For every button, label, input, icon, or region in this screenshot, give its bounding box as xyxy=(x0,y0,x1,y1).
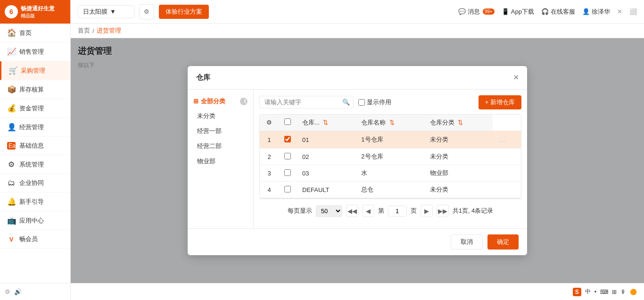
notification-button[interactable]: 💬 消息 99+ xyxy=(458,8,495,16)
page-size-select[interactable]: 50 100 xyxy=(316,205,342,217)
row-name: 总仓 xyxy=(355,182,424,198)
category-item-unclassified[interactable]: 未分类 xyxy=(188,108,253,124)
table-row[interactable]: 4 DEFAULT 总仓 未分类 xyxy=(260,182,521,198)
row-code: DEFAULT xyxy=(297,182,355,198)
sidebar-item-vip[interactable]: V 畅会员 xyxy=(0,230,70,249)
category-item-property[interactable]: 物业部 xyxy=(188,154,253,169)
row-checkbox[interactable] xyxy=(279,149,297,165)
category-item-dept1[interactable]: 经营一部 xyxy=(188,124,253,139)
windows-icon: ⊞ xyxy=(612,289,617,295)
sidebar-item-guide[interactable]: 🔔 新手引导 xyxy=(0,192,70,211)
modal-title: 仓库 xyxy=(196,73,210,82)
modal-close-button[interactable]: × xyxy=(513,73,519,83)
modal-category-header: ⊞ 全部分类 《 xyxy=(188,94,253,108)
row-category: 物业部 xyxy=(424,165,493,182)
search-input[interactable] xyxy=(259,96,354,108)
user-info[interactable]: 👤 徐泽华 xyxy=(582,8,610,16)
keyboard-icon[interactable]: ⌨ xyxy=(600,289,608,295)
col-code-header: 仓库... ⇅ xyxy=(297,115,355,131)
speaker-icon[interactable]: 🔊 xyxy=(14,288,22,295)
username: 徐泽华 xyxy=(592,8,610,16)
col-name-sort-icon: ⇅ xyxy=(389,119,395,126)
breadcrumb-current: 进货管理 xyxy=(97,26,121,35)
system-icon: ⚙ xyxy=(7,160,16,169)
search-icon[interactable]: 🔍 xyxy=(342,99,350,106)
modal-content: 🔍 显示停用 + 新增仓库 xyxy=(254,90,527,229)
sidebar-item-system[interactable]: ⚙ 系统管理 xyxy=(0,155,70,174)
close-window-icon[interactable]: ✕ xyxy=(617,8,622,15)
maximize-icon[interactable]: ⬜ xyxy=(629,8,637,15)
table-row[interactable]: 1 01 1号仓库 未分类 ... xyxy=(260,131,521,149)
sidebar-item-app-center[interactable]: 📺 应用中心 xyxy=(0,211,70,230)
headset-icon: 🎧 xyxy=(541,8,549,15)
row-checkbox[interactable] xyxy=(279,131,297,149)
notification-badge: 99+ xyxy=(483,8,495,15)
row-code: 02 xyxy=(297,149,355,165)
grid-icon: ⊞ xyxy=(193,98,198,105)
row-checkbox[interactable] xyxy=(279,182,297,198)
store-selector[interactable]: 日太阳膜 ▼ xyxy=(78,5,134,18)
dot-icon: • xyxy=(594,289,596,295)
col-category-header: 仓库分类 ⇅ xyxy=(424,115,493,131)
purchase-icon: 🛒 xyxy=(8,66,17,75)
add-warehouse-button[interactable]: + 新增仓库 xyxy=(479,95,521,109)
select-all-checkbox[interactable] xyxy=(284,118,291,125)
col-name-header: 仓库名称 ⇅ xyxy=(355,115,424,131)
row-checkbox[interactable] xyxy=(279,165,297,182)
notification-label: 消息 xyxy=(468,8,480,16)
mic-icon[interactable]: 🎙 xyxy=(620,289,626,295)
breadcrumb-home[interactable]: 首页 xyxy=(78,26,90,35)
page-number-input[interactable] xyxy=(388,206,407,217)
prev-page-button[interactable]: ◀ xyxy=(362,205,374,217)
app-logo: 6 畅捷通好生意 精品版 xyxy=(0,0,70,24)
settings-gear-icon[interactable]: ⚙ xyxy=(5,288,10,295)
modal-toolbar: 🔍 显示停用 + 新增仓库 xyxy=(259,95,521,109)
sidebar-item-operations[interactable]: 👤 经营管理 xyxy=(0,118,70,137)
sidebar-item-basic-info[interactable]: Ea 基础信息 xyxy=(0,137,70,155)
pagination: 每页显示 50 100 ◀◀ ◀ 第 页 ▶ ▶▶ xyxy=(259,199,521,223)
col-category-sort-icon: ⇅ xyxy=(458,119,463,126)
last-page-button[interactable]: ▶▶ xyxy=(437,205,449,217)
logo-text: 畅捷通好生意 xyxy=(21,5,55,13)
inventory-icon: 📦 xyxy=(7,85,16,94)
app-download-button[interactable]: 📱 App下载 xyxy=(502,8,534,16)
sidebar-item-enterprise[interactable]: 🗂 企业协同 xyxy=(0,174,70,192)
dropdown-icon: ▼ xyxy=(110,8,116,15)
row-code: 03 xyxy=(297,165,355,182)
online-service-button[interactable]: 🎧 在线客服 xyxy=(541,8,575,16)
category-item-dept2[interactable]: 经营二部 xyxy=(188,139,253,154)
total-records: 共1页, 4条记录 xyxy=(453,207,494,215)
sidebar-item-finance[interactable]: 💰 资金管理 xyxy=(0,99,70,118)
row-num: 4 xyxy=(260,182,279,198)
next-page-button[interactable]: ▶ xyxy=(421,205,433,217)
collapse-button[interactable]: 《 xyxy=(240,98,248,105)
cancel-button[interactable]: 取消 xyxy=(451,234,483,250)
row-name: 1号仓库 xyxy=(355,131,424,149)
sales-icon: 📈 xyxy=(7,47,16,56)
header-gear-button[interactable]: ⚙ xyxy=(139,4,154,19)
row-num: 1 xyxy=(260,131,279,149)
main-area: 日太阳膜 ▼ ⚙ 体验行业方案 💬 消息 99+ 📱 App下载 🎧 在线客服 … xyxy=(71,0,644,300)
modal-footer: 取消 确定 xyxy=(188,228,527,255)
page-size-label: 每页显示 xyxy=(288,207,312,215)
first-page-button[interactable]: ◀◀ xyxy=(346,205,358,217)
settings-bottom-icon[interactable]: 🟠 xyxy=(630,289,637,295)
logo-badge: 精品版 xyxy=(21,13,55,19)
table-row[interactable]: 3 03 水 物业部 xyxy=(260,165,521,182)
row-category: 未分类 xyxy=(424,149,493,165)
sidebar-item-purchase[interactable]: 🛒 采购管理 xyxy=(0,61,70,80)
operations-icon: 👤 xyxy=(7,123,16,132)
sidebar-item-sales[interactable]: 📈 销售管理 xyxy=(0,42,70,61)
table-row[interactable]: 2 02 2号仓库 未分类 xyxy=(260,149,521,165)
sidebar-item-home[interactable]: 🏠 首页 xyxy=(0,24,70,42)
row-actions[interactable]: ... xyxy=(493,131,521,149)
sidebar-item-inventory[interactable]: 📦 库存核算 xyxy=(0,80,70,99)
modal-category-sidebar: ⊞ 全部分类 《 未分类 经营一部 经营二部 物业部 xyxy=(188,90,254,229)
confirm-button[interactable]: 确定 xyxy=(487,234,519,250)
sidebar: 6 畅捷通好生意 精品版 🏠 首页 📈 销售管理 🛒 采购管理 📦 库存核算 💰… xyxy=(0,0,71,300)
show-disabled-checkbox[interactable] xyxy=(358,99,365,106)
language-icon[interactable]: 中 xyxy=(585,288,591,296)
trial-button[interactable]: 体验行业方案 xyxy=(159,5,209,19)
content-area: 进货管理 按以下 仓库 × ⊞ 全部分类 xyxy=(71,38,644,283)
enterprise-icon: 🗂 xyxy=(7,179,16,187)
